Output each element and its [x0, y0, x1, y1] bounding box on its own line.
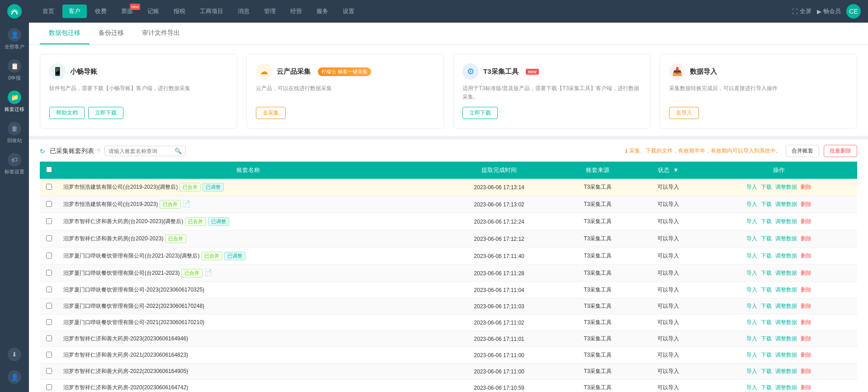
row-checkbox[interactable]	[46, 270, 52, 276]
action-调整数据[interactable]: 调整数据	[775, 384, 797, 391]
action-下载[interactable]: 下载	[761, 201, 772, 207]
sidebar-item-tag-settings[interactable]: 🏷 标签设置	[0, 148, 29, 179]
action-下载[interactable]: 下载	[761, 235, 772, 242]
row-checkbox[interactable]	[46, 253, 52, 258]
action-调整数据[interactable]: 调整数据	[775, 303, 797, 309]
merge-button[interactable]: 合并账套	[786, 145, 819, 157]
action-下载[interactable]: 下载	[761, 368, 772, 374]
action-下载[interactable]: 下载	[761, 218, 772, 225]
action-导入[interactable]: 导入	[746, 335, 757, 342]
row-checkbox[interactable]	[46, 303, 52, 309]
action-删除[interactable]: 删除	[801, 368, 811, 374]
action-删除[interactable]: 删除	[801, 303, 811, 309]
nav-invoice[interactable]: 票据 new	[115, 5, 139, 18]
go-import-button[interactable]: 去导入	[669, 107, 699, 119]
action-调整数据[interactable]: 调整数据	[775, 319, 797, 325]
action-下载[interactable]: 下载	[761, 253, 772, 259]
action-调整数据[interactable]: 调整数据	[775, 335, 797, 342]
row-checkbox[interactable]	[46, 335, 52, 341]
action-删除[interactable]: 删除	[801, 335, 811, 342]
action-调整数据[interactable]: 调整数据	[775, 270, 797, 276]
nav-manage[interactable]: 管理	[258, 5, 282, 18]
action-调整数据[interactable]: 调整数据	[775, 352, 797, 358]
action-导入[interactable]: 导入	[746, 253, 757, 259]
nav-tax[interactable]: 报税	[167, 5, 192, 18]
action-调整数据[interactable]: 调整数据	[775, 235, 797, 242]
action-下载[interactable]: 下载	[761, 384, 772, 391]
sidebar-item-account-migration[interactable]: 📁 账套迁移	[0, 85, 29, 116]
action-删除[interactable]: 删除	[801, 218, 811, 225]
row-checkbox[interactable]	[46, 287, 52, 292]
action-下载[interactable]: 下载	[761, 319, 772, 325]
action-导入[interactable]: 导入	[746, 368, 757, 374]
action-下载[interactable]: 下载	[761, 335, 772, 342]
refresh-icon[interactable]: ↻	[40, 148, 45, 155]
select-all-checkbox[interactable]	[46, 167, 52, 172]
action-下载[interactable]: 下载	[761, 270, 772, 276]
list-help-icon[interactable]: ?	[97, 148, 100, 154]
action-调整数据[interactable]: 调整数据	[775, 184, 797, 190]
action-删除[interactable]: 删除	[801, 235, 811, 242]
action-删除[interactable]: 删除	[801, 384, 811, 391]
go-collect-button[interactable]: 去采集	[256, 107, 286, 119]
row-checkbox[interactable]	[46, 201, 52, 207]
nav-fees[interactable]: 收费	[89, 5, 113, 18]
action-导入[interactable]: 导入	[746, 319, 757, 325]
action-下载[interactable]: 下载	[761, 184, 772, 190]
batch-delete-button[interactable]: 批量删除	[824, 145, 857, 157]
download-now-button[interactable]: 立即下载	[88, 107, 123, 119]
action-调整数据[interactable]: 调整数据	[775, 287, 797, 293]
sidebar-item-all-clients[interactable]: 👤 全部客户	[0, 23, 29, 54]
row-checkbox[interactable]	[46, 319, 52, 325]
action-导入[interactable]: 导入	[746, 235, 757, 242]
action-下载[interactable]: 下载	[761, 352, 772, 358]
nav-accounting[interactable]: 记账	[141, 5, 165, 18]
action-删除[interactable]: 删除	[801, 287, 811, 293]
help-doc-button[interactable]: 帮助文档	[49, 107, 85, 119]
tab-audit-export[interactable]: 审计文件导出	[133, 23, 189, 44]
action-下载[interactable]: 下载	[761, 303, 772, 309]
search-icon[interactable]: 🔍	[175, 148, 182, 154]
action-导入[interactable]: 导入	[746, 201, 757, 207]
sidebar-item-user[interactable]: 👤	[0, 365, 29, 387]
action-调整数据[interactable]: 调整数据	[775, 368, 797, 374]
nav-service[interactable]: 服务	[310, 5, 335, 18]
tab-data-migration[interactable]: 数据包迁移	[40, 23, 90, 44]
action-导入[interactable]: 导入	[746, 352, 757, 358]
action-导入[interactable]: 导入	[746, 303, 757, 309]
action-调整数据[interactable]: 调整数据	[775, 218, 797, 225]
download-t3-button[interactable]: 立即下载	[462, 107, 498, 119]
action-调整数据[interactable]: 调整数据	[775, 253, 797, 259]
action-下载[interactable]: 下载	[761, 287, 772, 293]
row-checkbox[interactable]	[46, 352, 52, 358]
avatar[interactable]: CE	[846, 4, 861, 19]
tab-backup-migration[interactable]: 备份迁移	[90, 23, 133, 44]
status-filter-icon[interactable]: ▼	[673, 167, 679, 173]
action-导入[interactable]: 导入	[746, 184, 757, 190]
nav-bizproject[interactable]: 工商项目	[193, 5, 230, 18]
row-checkbox[interactable]	[46, 184, 52, 190]
search-input[interactable]	[108, 148, 173, 154]
nav-operation[interactable]: 经营	[284, 5, 308, 18]
action-导入[interactable]: 导入	[746, 218, 757, 225]
row-checkbox[interactable]	[46, 368, 52, 374]
row-checkbox[interactable]	[46, 218, 52, 224]
nav-home[interactable]: 首页	[36, 5, 61, 18]
vip-button[interactable]: ▶ 畅会员	[817, 7, 841, 15]
row-checkbox[interactable]	[46, 384, 52, 390]
fullscreen-button[interactable]: ⛶ 全屏	[792, 7, 811, 15]
nav-settings[interactable]: 设置	[336, 5, 361, 18]
sidebar-item-zero-report[interactable]: 📋 0申报	[0, 54, 29, 85]
action-导入[interactable]: 导入	[746, 384, 757, 391]
action-导入[interactable]: 导入	[746, 287, 757, 293]
action-删除[interactable]: 删除	[801, 352, 811, 358]
action-删除[interactable]: 删除	[801, 253, 811, 259]
action-删除[interactable]: 删除	[801, 270, 811, 276]
action-调整数据[interactable]: 调整数据	[775, 201, 797, 207]
sidebar-item-download[interactable]: ⬇	[0, 342, 29, 365]
sidebar-item-recycle[interactable]: 🗑 回收站	[0, 116, 29, 148]
action-删除[interactable]: 删除	[801, 201, 811, 207]
action-删除[interactable]: 删除	[801, 184, 811, 190]
action-导入[interactable]: 导入	[746, 270, 757, 276]
row-checkbox[interactable]	[46, 235, 52, 241]
